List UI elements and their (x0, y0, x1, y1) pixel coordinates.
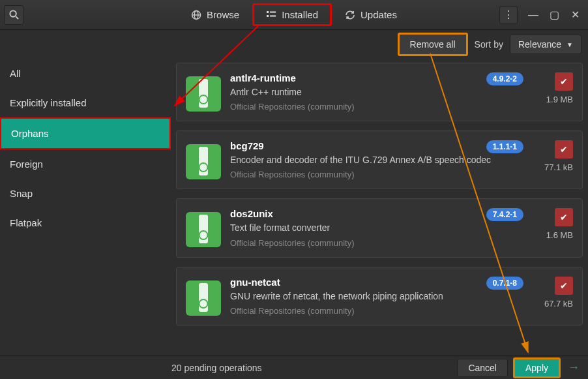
pending-operations-text: 20 pending operations (171, 363, 262, 373)
svg-rect-8 (270, 15, 276, 16)
package-repo: Official Repositories (community) (230, 170, 525, 179)
package-card[interactable]: gnu-netcat GNU rewrite of netcat, the ne… (176, 267, 583, 326)
package-description: Encoder and decoder of the ITU G.729 Ann… (230, 154, 525, 166)
close-button[interactable]: ✕ (566, 6, 584, 24)
package-right: ✔ 1.6 MB (534, 208, 573, 247)
package-content[interactable]: antlr4-runtime Antlr C++ runtime Officia… (171, 59, 588, 356)
check-icon: ✔ (560, 280, 568, 291)
package-size: 67.7 kB (544, 299, 573, 309)
package-body: gnu-netcat GNU rewrite of netcat, the ne… (230, 277, 525, 316)
package-size: 1.6 MB (546, 230, 573, 240)
package-size: 1.9 MB (546, 95, 573, 104)
status-actions: Cancel Apply → (457, 357, 581, 378)
package-list: antlr4-runtime Antlr C++ runtime Officia… (171, 59, 588, 339)
sidebar-item-orphans[interactable]: Orphans (0, 117, 171, 149)
tab-installed[interactable]: Installed (252, 3, 332, 26)
version-badge: 1.1.1-1 (486, 140, 523, 153)
package-card[interactable]: dos2unix Text file format converter Offi… (176, 198, 583, 257)
sidebar-item-explicitly-installed[interactable]: Explicitly installed (0, 88, 171, 117)
header-tabs: Browse Installed Updates (179, 3, 409, 26)
package-card[interactable]: bcg729 Encoder and decoder of the ITU G.… (176, 130, 583, 189)
remove-toggle-button[interactable]: ✔ (555, 208, 573, 226)
package-right: ✔ 1.9 MB (534, 72, 573, 112)
cancel-button[interactable]: Cancel (457, 359, 508, 377)
kebab-icon: ⋮ (503, 8, 514, 21)
version-badge: 4.9.2-2 (486, 72, 523, 85)
sort-select-value: Relevance (518, 39, 561, 50)
package-repo: Official Repositories (community) (230, 238, 525, 248)
minimize-icon: — (528, 9, 538, 21)
tab-browse[interactable]: Browse (179, 3, 251, 26)
window-controls: ⋮ — ▢ ✕ (499, 6, 584, 24)
svg-line-1 (16, 16, 18, 19)
list-icon (266, 10, 276, 20)
search-button[interactable] (4, 5, 23, 25)
sidebar-item-flatpak[interactable]: Flatpak (0, 208, 171, 237)
headerbar: Browse Installed Updates ⋮ — ▢ ✕ (0, 0, 588, 30)
sidebar-item-snap[interactable]: Snap (0, 179, 171, 208)
main-content: All Explicitly installed Orphans Foreign… (0, 59, 588, 356)
apply-button[interactable]: Apply (513, 357, 561, 378)
package-description: Antlr C++ runtime (230, 86, 525, 98)
chevron-down-icon: ▼ (566, 41, 573, 48)
minimize-button[interactable]: — (524, 6, 542, 24)
details-arrow-button[interactable]: → (566, 360, 581, 376)
sort-by-label: Sort by (475, 39, 503, 50)
version-badge: 7.4.2-1 (486, 208, 523, 221)
sidebar-item-foreign[interactable]: Foreign (0, 149, 171, 179)
refresh-icon (345, 10, 355, 20)
package-description: GNU rewrite of netcat, the network pipin… (230, 290, 525, 302)
tab-updates-label: Updates (360, 9, 397, 20)
archive-icon (186, 144, 221, 179)
remove-all-button[interactable]: Remove all (398, 33, 468, 56)
version-badge: 0.7.1-8 (486, 277, 523, 290)
maximize-icon: ▢ (550, 8, 559, 21)
tab-updates[interactable]: Updates (333, 3, 409, 26)
package-repo: Official Repositories (community) (230, 306, 525, 316)
package-name: antlr4-runtime (230, 72, 525, 83)
menu-button[interactable]: ⋮ (499, 6, 518, 24)
globe-icon (191, 10, 201, 20)
archive-icon (186, 212, 221, 247)
close-icon: ✕ (571, 8, 580, 21)
remove-toggle-button[interactable]: ✔ (555, 277, 573, 295)
remove-toggle-button[interactable]: ✔ (555, 72, 573, 91)
maximize-button[interactable]: ▢ (545, 6, 563, 24)
package-name: gnu-netcat (230, 277, 525, 288)
package-card[interactable]: antlr4-runtime Antlr C++ runtime Officia… (176, 63, 583, 121)
archive-icon (186, 280, 221, 316)
arrow-right-icon: → (568, 361, 580, 374)
remove-toggle-button[interactable]: ✔ (555, 140, 573, 159)
package-name: bcg729 (230, 140, 525, 151)
sidebar-item-all[interactable]: All (0, 59, 171, 88)
check-icon: ✔ (560, 144, 568, 155)
statusbar: 20 pending operations Cancel Apply → (0, 356, 588, 379)
check-icon: ✔ (560, 76, 568, 87)
package-name: dos2unix (230, 208, 525, 219)
package-description: Text file format converter (230, 222, 525, 234)
tab-installed-label: Installed (282, 9, 318, 20)
svg-rect-7 (267, 15, 269, 17)
package-body: bcg729 Encoder and decoder of the ITU G.… (230, 140, 525, 179)
svg-rect-6 (270, 11, 276, 12)
tab-browse-label: Browse (207, 9, 239, 20)
sidebar: All Explicitly installed Orphans Foreign… (0, 59, 171, 356)
package-right: ✔ 77.1 kB (534, 140, 573, 179)
package-repo: Official Repositories (community) (230, 102, 525, 112)
search-icon (9, 10, 19, 20)
package-right: ✔ 67.7 kB (534, 277, 573, 316)
archive-icon (186, 76, 221, 112)
toolbar: Remove all Sort by Relevance ▼ (0, 30, 588, 59)
package-body: dos2unix Text file format converter Offi… (230, 208, 525, 247)
sort-select[interactable]: Relevance ▼ (510, 35, 581, 54)
svg-point-0 (10, 10, 16, 16)
package-size: 77.1 kB (544, 162, 573, 172)
package-body: antlr4-runtime Antlr C++ runtime Officia… (230, 72, 525, 112)
svg-rect-5 (267, 11, 269, 13)
check-icon: ✔ (560, 212, 568, 222)
